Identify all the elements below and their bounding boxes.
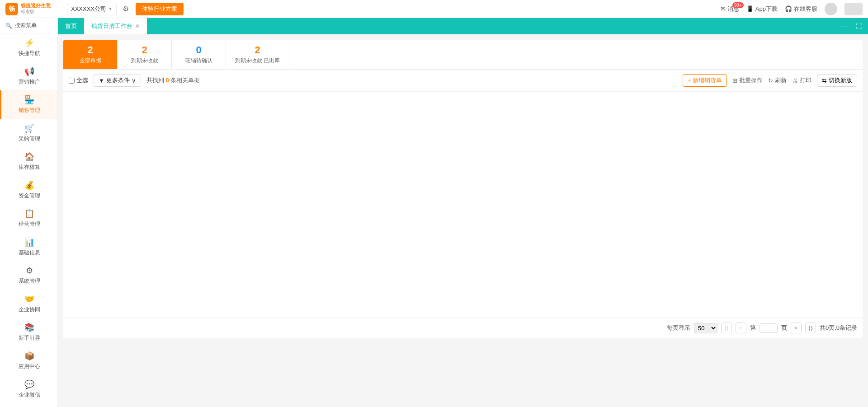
stats-tab-all-num: 2 xyxy=(72,44,108,56)
guide-icon: 📚 xyxy=(24,323,34,332)
pagination-bar: 每页显示 50 100 ⟨⟨ ＜ 第 1 页 ＞ ⟩⟩ 共0页,0条记录 xyxy=(63,318,863,338)
switch-icon: ⇆ xyxy=(822,77,827,84)
stats-tab-overdue-num: 2 xyxy=(127,44,162,56)
chevron-down-icon: ▼ xyxy=(108,6,113,11)
per-page-label: 每页显示 xyxy=(667,324,690,332)
found-text: 共找到 0 条相关单据 xyxy=(146,76,200,84)
total-info: 共0页,0条记录 xyxy=(820,324,857,332)
first-page-button[interactable]: ⟨⟨ xyxy=(721,323,732,333)
print-icon: 🖨 xyxy=(792,77,798,84)
message-badge: 99+ xyxy=(732,2,744,8)
batch-icon: ⊞ xyxy=(732,77,737,84)
settings-icon[interactable]: ⚙ xyxy=(119,3,132,15)
message-button[interactable]: ✉ 消息 99+ xyxy=(721,5,739,13)
stats-tab-overdue-out-num: 2 xyxy=(235,44,280,56)
sidebar-item-base-info[interactable]: 📊 基础信息 xyxy=(0,233,57,261)
tab-minimize-icon[interactable]: — xyxy=(839,21,850,32)
logo-area: 畅 畅捷通好生意 标准版 xyxy=(5,3,63,15)
select-all-input[interactable] xyxy=(69,78,75,84)
page-label: 第 xyxy=(750,324,756,332)
stats-tab-overdue-out-label: 到期未收款 已出库 xyxy=(235,57,280,65)
sidebar-item-system[interactable]: ⚙ 系统管理 xyxy=(0,261,57,290)
company-name: XXXXXX公司 xyxy=(71,5,106,13)
sidebar: 🔍 搜索菜单 ⚡ 快捷导航 📢 营销推广 🏪 销售管理 🛒 采购管理 🏠 库存核… xyxy=(0,0,58,407)
stats-tab-overdue[interactable]: 2 到期未收款 xyxy=(118,40,172,69)
chevron-down-icon: ∨ xyxy=(132,77,136,84)
header-right: ✉ 消息 99+ 📱 App下载 🎧 在线客服 xyxy=(721,3,863,15)
page-unit: 页 xyxy=(781,324,787,332)
print-button[interactable]: 🖨 打印 xyxy=(792,76,811,84)
trial-button[interactable]: 体验行业方案 xyxy=(136,3,184,15)
filter-icon: ▼ xyxy=(99,77,104,84)
add-sales-order-button[interactable]: + 新增销货单 xyxy=(683,74,727,87)
search-menu-button[interactable]: 🔍 搜索菜单 xyxy=(0,18,57,33)
stats-tab-all-label: 全部单据 xyxy=(72,57,108,65)
sidebar-item-sales[interactable]: 🏪 销售管理 xyxy=(0,90,57,119)
mobile-icon: 📱 xyxy=(746,5,754,12)
sidebar-item-app-center[interactable]: 📦 应用中心 xyxy=(0,346,57,375)
action-bar-right: + 新增销货单 ⊞ 批量操作 ↻ 刷新 🖨 打印 ⇆ 切换新版 xyxy=(683,74,857,87)
tab-bar: 首页 钱货日清工作台 ✕ — ⛶ xyxy=(58,18,868,34)
stats-tab-overdue-label: 到期未收款 xyxy=(127,57,162,65)
page-number-input[interactable]: 1 xyxy=(760,323,778,333)
per-page-select[interactable]: 50 100 xyxy=(694,323,717,333)
last-page-button[interactable]: ⟩⟩ xyxy=(805,323,816,333)
top-header: 畅 畅捷通好生意 标准版 XXXXXX公司 ▼ ⚙ 体验行业方案 ✉ 消息 99… xyxy=(0,0,868,18)
select-all-checkbox[interactable]: 全选 xyxy=(69,76,88,84)
headphone-icon: 🎧 xyxy=(785,5,792,12)
sidebar-item-member[interactable]: 👑 畅会员 xyxy=(0,403,57,407)
sidebar-item-cooperation[interactable]: 🤝 企业协同 xyxy=(0,290,57,318)
sidebar-item-guide[interactable]: 📚 新手引导 xyxy=(0,318,57,346)
stats-tab-pending-num: 0 xyxy=(181,44,217,56)
tab-close-icon[interactable]: ✕ xyxy=(135,23,140,29)
table-area xyxy=(63,92,863,318)
purchase-icon: 🛒 xyxy=(24,123,34,133)
inventory-icon: 🏠 xyxy=(24,152,34,162)
switch-version-button[interactable]: ⇆ 切换新版 xyxy=(817,74,857,87)
tab-controls: — ⛶ xyxy=(839,21,868,32)
tab-home[interactable]: 首页 xyxy=(58,18,84,34)
sidebar-item-quick-nav[interactable]: ⚡ 快捷导航 xyxy=(0,33,57,62)
found-count: 0 xyxy=(166,77,169,84)
cooperation-icon: 🤝 xyxy=(24,294,34,304)
sales-icon: 🏪 xyxy=(24,95,34,105)
sidebar-item-finance[interactable]: 💰 资金管理 xyxy=(0,176,57,204)
operation-icon: 📋 xyxy=(24,209,34,219)
company-selector[interactable]: XXXXXX公司 ▼ xyxy=(67,3,117,15)
tab-expand-icon[interactable]: ⛶ xyxy=(854,21,864,32)
refresh-button[interactable]: ↻ 刷新 xyxy=(768,76,787,84)
marketing-icon: 📢 xyxy=(24,66,34,76)
online-service-button[interactable]: 🎧 在线客服 xyxy=(785,5,817,13)
logo-sub: 标准版 xyxy=(21,9,51,15)
stats-tab-all[interactable]: 2 全部单据 xyxy=(63,40,118,69)
app-download-button[interactable]: 📱 App下载 xyxy=(746,5,778,13)
search-icon: 🔍 xyxy=(5,23,12,29)
action-bar: 全选 ▼ 更多条件 ∨ 共找到 0 条相关单据 + 新增销货单 ⊞ 批量操作 ↻… xyxy=(63,70,863,92)
avatar[interactable] xyxy=(825,3,837,15)
wechat-icon: 💬 xyxy=(24,379,34,389)
filter-button[interactable]: ▼ 更多条件 ∨ xyxy=(94,74,141,87)
stats-tabs: 2 全部单据 2 到期未收款 0 旺铺待确认 2 到期未收款 已出库 xyxy=(63,40,863,70)
stats-tab-pending-label: 旺铺待确认 xyxy=(181,57,217,65)
logo-icon: 畅 xyxy=(5,3,18,15)
sidebar-item-inventory[interactable]: 🏠 库存核算 xyxy=(0,147,57,176)
sidebar-item-operation[interactable]: 📋 经营管理 xyxy=(0,204,57,233)
quick-nav-icon: ⚡ xyxy=(24,38,34,48)
main-content: 2 全部单据 2 到期未收款 0 旺铺待确认 2 到期未收款 已出库 全选 ▼ … xyxy=(58,34,868,407)
logo-name: 畅捷通好生意 xyxy=(21,3,51,9)
message-icon: ✉ xyxy=(721,5,726,12)
sidebar-item-marketing[interactable]: 📢 营销推广 xyxy=(0,62,57,90)
finance-icon: 💰 xyxy=(24,180,34,190)
sidebar-item-wechat[interactable]: 💬 企业微信 xyxy=(0,375,57,403)
next-page-button[interactable]: ＞ xyxy=(791,323,802,333)
batch-operation-button[interactable]: ⊞ 批量操作 xyxy=(732,76,763,84)
tab-workbench[interactable]: 钱货日清工作台 ✕ xyxy=(84,18,147,34)
base-info-icon: 📊 xyxy=(24,237,34,247)
stats-tab-overdue-out[interactable]: 2 到期未收款 已出库 xyxy=(226,40,289,69)
sidebar-item-purchase[interactable]: 🛒 采购管理 xyxy=(0,119,57,147)
system-icon: ⚙ xyxy=(26,266,33,276)
user-name xyxy=(844,3,863,15)
app-center-icon: 📦 xyxy=(24,351,34,361)
stats-tab-pending[interactable]: 0 旺铺待确认 xyxy=(172,40,226,69)
prev-page-button[interactable]: ＜ xyxy=(736,323,746,333)
